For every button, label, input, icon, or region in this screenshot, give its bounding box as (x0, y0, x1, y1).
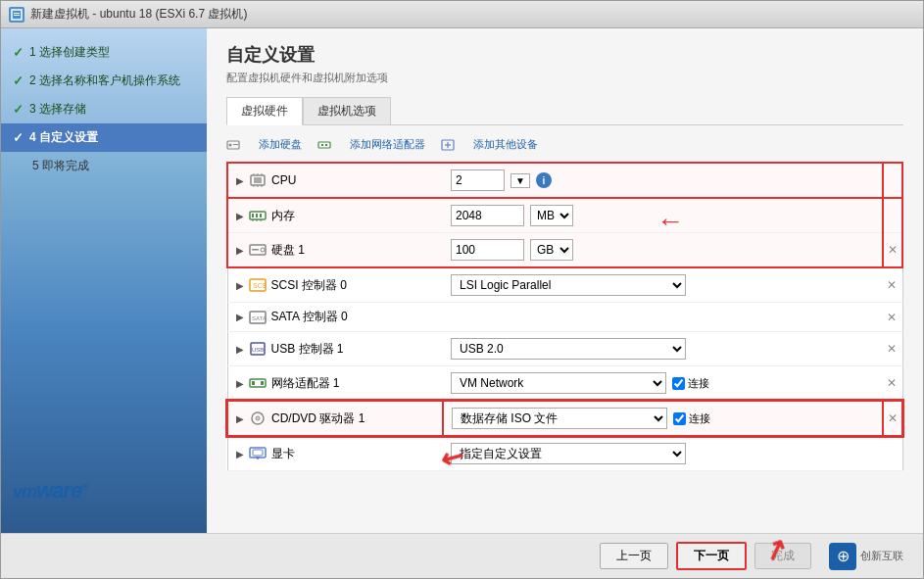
nic-delete-button[interactable]: ✕ (887, 376, 897, 390)
check-icon-2: ✓ (13, 73, 24, 88)
title-bar: 新建虚拟机 - ubuntu 18 (ESXi 6.7 虚拟机) (1, 1, 923, 28)
tabs-container: 虚拟硬件 虚拟机选项 (226, 97, 903, 125)
sata-expand-arrow[interactable]: ▶ (236, 312, 244, 322)
hdd-label: 硬盘 1 (271, 242, 305, 259)
prev-button[interactable]: 上一页 (600, 543, 668, 569)
hdd-size-input[interactable] (451, 239, 524, 261)
usb-delete-button[interactable]: ✕ (887, 342, 897, 356)
page-subtitle: 配置虚拟机硬件和虚拟机附加选项 (226, 71, 903, 85)
sata-delete-button[interactable]: ✕ (887, 311, 897, 324)
nic-network-select[interactable]: VM Network (451, 372, 666, 394)
sidebar-step-5[interactable]: 5 即将完成 (1, 152, 207, 180)
hdd-expand-arrow[interactable]: ▶ (236, 245, 244, 256)
table-row: ▶ 网络适配器 1 VM Network 连接 (227, 366, 902, 402)
nic-connect-checkbox[interactable] (672, 377, 685, 390)
svg-text:SATA: SATA (252, 315, 267, 321)
step-4-label: 4 自定义设置 (29, 129, 98, 146)
usb-value-cell: USB 2.0USB 3.0 (443, 332, 883, 366)
scsi-name-cell: ▶ SCSI SCSI 控制器 0 (227, 267, 443, 303)
hdd-icon (249, 243, 267, 257)
hardware-table: ▶ CPU ▼ i (226, 162, 903, 471)
hdd-value-cell: GBTB (443, 233, 883, 268)
svg-point-41 (257, 417, 259, 419)
table-row: ▶ USB USB 控制器 1 USB 2.0USB 3.0 ✕ (227, 332, 902, 366)
ram-expand-arrow[interactable]: ▶ (236, 211, 244, 221)
cpu-dropdown-arrow[interactable]: ▼ (511, 173, 530, 188)
dvd-expand-arrow[interactable]: ▶ (236, 413, 244, 424)
display-icon (249, 447, 267, 460)
add-nic-icon (317, 139, 334, 151)
scsi-type-select[interactable]: LSI Logic ParallelLSI Logic SASVMware 准虚… (451, 274, 686, 296)
svg-rect-13 (254, 177, 262, 183)
nic-expand-arrow[interactable]: ▶ (236, 378, 244, 389)
add-hdd-button[interactable]: 添加硬盘 (259, 137, 302, 152)
nic-label: 网络适配器 1 (271, 375, 340, 392)
cpu-expand-arrow[interactable]: ▶ (236, 175, 244, 186)
scsi-expand-arrow[interactable]: ▶ (236, 280, 244, 291)
svg-text:USB: USB (252, 347, 264, 353)
add-nic-button[interactable]: 添加网络适配器 (350, 137, 425, 152)
cpu-info-icon[interactable]: i (536, 172, 552, 188)
usb-label: USB 控制器 1 (271, 341, 344, 358)
table-row: ▶ CPU ▼ i (227, 163, 902, 198)
main-window: 新建虚拟机 - ubuntu 18 (ESXi 6.7 虚拟机) ✓ 1 选择创… (0, 0, 924, 579)
branding-name: 创新互联 (860, 549, 903, 563)
svg-rect-7 (321, 144, 323, 146)
display-expand-arrow[interactable]: ▶ (236, 449, 244, 459)
display-label: 显卡 (271, 446, 295, 462)
usb-type-select[interactable]: USB 2.0USB 3.0 (451, 338, 686, 360)
step-2-label: 2 选择名称和客户机操作系统 (29, 72, 180, 89)
sidebar: ✓ 1 选择创建类型 ✓ 2 选择名称和客户机操作系统 ✓ 3 选择存储 ✓ 4… (1, 28, 207, 533)
tab-options[interactable]: 虚拟机选项 (303, 97, 391, 124)
vmware-branding: vmware® (1, 458, 207, 523)
sidebar-step-3[interactable]: ✓ 3 选择存储 (1, 95, 207, 123)
ram-name-cell: ▶ 内存 (227, 198, 443, 233)
add-other-button[interactable]: 添加其他设备 (473, 137, 538, 152)
dvd-value-cell: 数据存储 ISO 文件客户端设备 连接 (443, 401, 883, 436)
check-icon-1: ✓ (13, 45, 24, 60)
ram-unit-select[interactable]: MBGB (530, 205, 573, 226)
sidebar-step-4[interactable]: ✓ 4 自定义设置 (1, 123, 207, 152)
sidebar-step-2[interactable]: ✓ 2 选择名称和客户机操作系统 (1, 67, 207, 95)
hdd-name-cell: ▶ 硬盘 1 (227, 233, 443, 268)
scsi-delete-button[interactable]: ✕ (887, 278, 897, 292)
dvd-connect-checkbox[interactable] (673, 412, 686, 425)
dvd-delete-button[interactable]: ✕ (888, 411, 898, 425)
table-row: ▶ 显卡 指定自定义设置 (227, 436, 902, 471)
step-3-label: 3 选择存储 (29, 101, 86, 118)
table-row: ▶ 硬盘 1 GBTB ✕ (227, 233, 902, 268)
display-value-cell: 指定自定义设置 (443, 436, 883, 471)
usb-expand-arrow[interactable]: ▶ (236, 344, 244, 355)
cpu-icon (249, 173, 267, 187)
branding-area: ⊕ 创新互联 (829, 543, 903, 570)
next-button[interactable]: 下一页 (676, 542, 747, 570)
svg-point-28 (261, 248, 265, 252)
cpu-count-input[interactable] (451, 169, 505, 191)
svg-rect-5 (233, 144, 238, 145)
usb-icon: USB (249, 342, 267, 356)
svg-rect-21 (252, 214, 254, 217)
add-other-icon (441, 139, 458, 151)
svg-text:SCSI: SCSI (253, 282, 267, 289)
dvd-name-cell: ▶ CD/DVD 驱动器 1 (227, 401, 443, 436)
hdd-unit-select[interactable]: GBTB (530, 239, 573, 261)
display-type-select[interactable]: 指定自定义设置 (451, 443, 686, 464)
ram-icon (249, 209, 267, 222)
sidebar-step-1[interactable]: ✓ 1 选择创建类型 (1, 38, 207, 67)
dvd-connect-label: 连接 (673, 411, 710, 426)
cpu-name-cell: ▶ CPU (227, 163, 443, 198)
tab-hardware[interactable]: 虚拟硬件 (226, 97, 303, 125)
hdd-delete-button[interactable]: ✕ (888, 243, 898, 257)
svg-rect-37 (252, 381, 255, 385)
ram-value-input[interactable] (451, 205, 524, 226)
usb-name-cell: ▶ USB USB 控制器 1 (227, 332, 443, 366)
vmware-logo: vmware® (13, 478, 87, 503)
svg-point-4 (229, 143, 232, 146)
add-hdd-icon (226, 139, 243, 151)
nic-connect-label: 连接 (672, 376, 709, 391)
dvd-source-select[interactable]: 数据存储 ISO 文件客户端设备 (452, 408, 667, 429)
svg-rect-38 (261, 381, 264, 385)
display-del-cell (883, 436, 902, 471)
scsi-label: SCSI 控制器 0 (271, 277, 347, 294)
finish-button[interactable]: 完成 (754, 543, 811, 569)
